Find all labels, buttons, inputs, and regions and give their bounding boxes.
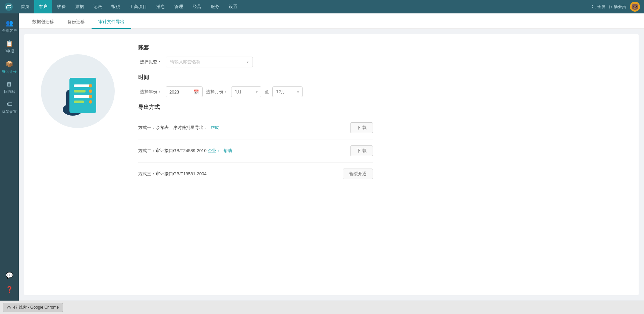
svg-rect-4 xyxy=(74,84,90,87)
fullscreen-icon: ⛶ xyxy=(592,4,596,9)
nav-tax[interactable]: 报税 xyxy=(107,0,125,13)
month-start-value: 1月 xyxy=(235,89,241,95)
chevron-down-icon-end: ▾ xyxy=(297,90,299,94)
nav-message[interactable]: 消息 xyxy=(152,0,170,13)
illustration-area xyxy=(38,44,118,138)
svg-point-10 xyxy=(89,95,92,98)
chevron-down-icon: ▾ xyxy=(247,60,249,64)
top-nav-right: ⛶ 全屏 ▷ 畅会员 🐻 xyxy=(592,2,640,12)
account-form-row: 选择账套： 请输入账套名称 ▾ xyxy=(138,57,373,67)
recycle-icon: 🗑 xyxy=(6,81,12,88)
tab-backup-migrate[interactable]: 备份迁移 xyxy=(61,15,92,29)
nav-items: 首页 客户 收费 票据 记账 报税 工商项目 消息 管理 经营 服务 设置 xyxy=(16,0,242,13)
export-method-1: 方式一：余额表、序时账批量导出： 帮助 下 载 xyxy=(138,116,373,139)
sidebar-bottom: 💬 ❓ xyxy=(0,268,19,301)
sidebar-item-all-customers[interactable]: 👥 全部客户 xyxy=(0,16,19,37)
export-method-3: 方式三：审计接口GB/T19581-2004 暂缓开通 xyxy=(138,163,373,185)
sidebar-item-zero-declare[interactable]: 📋 0申报 xyxy=(0,37,19,57)
account-placeholder: 请输入账套名称 xyxy=(170,59,201,65)
export-section-title: 导出方式 xyxy=(138,104,373,111)
export-method-3-label: 方式三：审计接口GB/T19581-2004 xyxy=(138,171,207,177)
nav-manage[interactable]: 管理 xyxy=(170,0,188,13)
nav-invoice[interactable]: 票据 xyxy=(70,0,89,13)
sidebar-item-recycle[interactable]: 🗑 回收站 xyxy=(0,77,19,98)
time-section-title: 时间 xyxy=(138,74,373,81)
taskbar-chrome-item[interactable]: ⊕ 47 线索 - Google Chrome xyxy=(3,303,63,312)
export-method-2: 方式二：审计接口GB/T24589-2010 企业： 帮助 下 载 xyxy=(138,139,373,163)
avatar[interactable]: 🐻 xyxy=(630,2,640,12)
sidebar-item-migrate[interactable]: 📦 账套迁移 xyxy=(0,57,19,77)
export-method-1-label: 方式一：余额表、序时账批量导出： 帮助 xyxy=(138,125,219,131)
fullscreen-button[interactable]: ⛶ 全屏 xyxy=(592,4,605,10)
svg-rect-7 xyxy=(74,101,84,103)
migrate-icon: 📦 xyxy=(6,60,13,68)
app-logo xyxy=(3,1,15,13)
sidebar-item-chat[interactable]: 💬 xyxy=(0,268,19,282)
svg-point-0 xyxy=(5,3,13,11)
svg-rect-5 xyxy=(74,90,86,92)
svg-rect-6 xyxy=(74,95,90,98)
enterprise-link[interactable]: 企业： xyxy=(208,148,221,153)
download-button-2[interactable]: 下 载 xyxy=(350,145,373,156)
time-form-row: 选择年份： 2023 📅 选择月份： 1月 ▾ 至 xyxy=(138,86,373,97)
chevron-down-icon-month: ▾ xyxy=(256,90,258,94)
play-icon: ▷ xyxy=(609,4,612,9)
account-section-title: 账套 xyxy=(138,44,373,51)
svg-point-8 xyxy=(89,84,92,87)
year-value: 2023 xyxy=(169,89,179,95)
member-button[interactable]: ▷ 畅会员 xyxy=(609,4,626,10)
nav-bookkeeping[interactable]: 记账 xyxy=(89,0,107,13)
month-start-select[interactable]: 1月 ▾ xyxy=(231,86,261,97)
sidebar-item-help[interactable]: ❓ xyxy=(0,282,19,297)
year-input[interactable]: 2023 📅 xyxy=(166,86,203,97)
tab-audit-export[interactable]: 审计文件导出 xyxy=(92,15,131,29)
illustration-circle xyxy=(41,54,115,128)
nav-operations[interactable]: 经营 xyxy=(188,0,206,13)
taskbar: ⊕ 47 线索 - Google Chrome xyxy=(0,301,644,314)
chat-icon: 💬 xyxy=(6,272,13,279)
sidebar-item-tag-settings[interactable]: 🏷 标签设置 xyxy=(0,98,19,118)
form-section: 账套 选择账套： 请输入账套名称 ▾ 时间 选择年份： xyxy=(38,44,625,185)
svg-point-9 xyxy=(89,89,92,93)
to-text: 至 xyxy=(265,89,269,95)
help-link-2[interactable]: 帮助 xyxy=(223,148,232,153)
year-label: 选择年份： xyxy=(138,89,162,95)
account-select[interactable]: 请输入账套名称 ▾ xyxy=(166,57,253,67)
month-end-select[interactable]: 12月 ▾ xyxy=(272,86,303,97)
customers-icon: 👥 xyxy=(6,19,13,27)
form-fields: 账套 选择账套： 请输入账套名称 ▾ 时间 选择年份： xyxy=(138,44,373,185)
page-content: 账套 选择账套： 请输入账套名称 ▾ 时间 选择年份： xyxy=(24,34,639,295)
account-label: 选择账套： xyxy=(138,59,162,65)
sidebar: 👥 全部客户 📋 0申报 📦 账套迁移 🗑 回收站 🏷 标签设置 💬 ❓ xyxy=(0,13,19,301)
taskbar-item-label: 47 线索 - Google Chrome xyxy=(13,305,59,310)
nav-service[interactable]: 服务 xyxy=(206,0,224,13)
nav-business[interactable]: 工商项目 xyxy=(125,0,152,13)
month-label: 选择月份： xyxy=(206,89,228,95)
tag-icon: 🏷 xyxy=(6,101,12,108)
nav-customer[interactable]: 客户 xyxy=(34,0,52,13)
tab-bar: 数据包迁移 备份迁移 审计文件导出 xyxy=(19,13,644,29)
svg-point-11 xyxy=(89,100,92,104)
chrome-icon: ⊕ xyxy=(7,305,11,310)
nav-home[interactable]: 首页 xyxy=(16,0,34,13)
export-method-2-label: 方式二：审计接口GB/T24589-2010 企业： 帮助 xyxy=(138,148,232,154)
open-button-3[interactable]: 暂缓开通 xyxy=(343,169,373,179)
month-end-value: 12月 xyxy=(276,89,285,95)
content-area: 数据包迁移 备份迁移 审计文件导出 xyxy=(19,13,644,301)
time-controls: 2023 📅 选择月份： 1月 ▾ 至 12月 ▾ xyxy=(166,86,303,97)
declare-icon: 📋 xyxy=(6,40,13,47)
nav-fee[interactable]: 收费 xyxy=(52,0,70,13)
help-icon: ❓ xyxy=(6,286,13,293)
calendar-icon: 📅 xyxy=(194,89,199,95)
help-link-1[interactable]: 帮助 xyxy=(211,125,219,130)
export-method-section: 方式一：余额表、序时账批量导出： 帮助 下 载 方式二：审计接口GB/T2458… xyxy=(138,116,373,185)
top-nav: 首页 客户 收费 票据 记账 报税 工商项目 消息 管理 经营 服务 设置 ⛶ … xyxy=(0,0,644,13)
download-button-1[interactable]: 下 载 xyxy=(350,122,373,133)
nav-settings[interactable]: 设置 xyxy=(224,0,242,13)
tab-data-migrate[interactable]: 数据包迁移 xyxy=(25,15,61,29)
main-layout: 👥 全部客户 📋 0申报 📦 账套迁移 🗑 回收站 🏷 标签设置 💬 ❓ xyxy=(0,13,644,301)
